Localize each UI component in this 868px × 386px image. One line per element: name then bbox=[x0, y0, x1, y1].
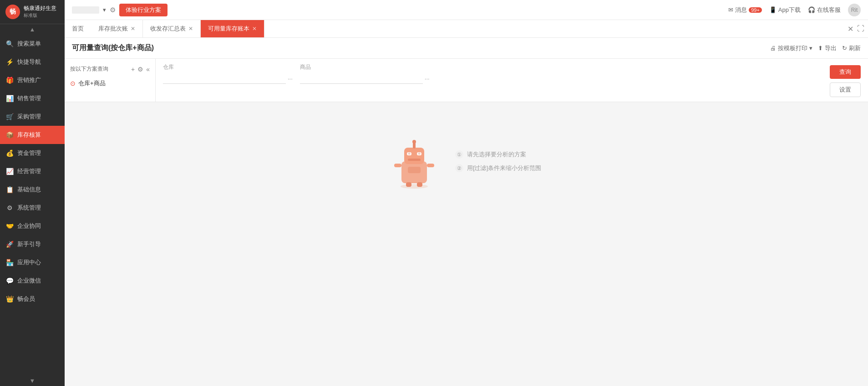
tabs-right-actions: ✕ ⛶ bbox=[844, 25, 868, 33]
app-badge: 标准版 bbox=[24, 12, 56, 19]
sidebar-item-quicknav[interactable]: ⚡ 快捷导航 bbox=[0, 53, 65, 71]
hint-text-1: 请先选择要分析的方案 bbox=[467, 150, 526, 159]
tab-close-inventory-batch[interactable]: ✕ bbox=[131, 26, 135, 32]
tabs-bar: 首页 库存批次账 ✕ 收发存汇总表 ✕ 可用量库存账本 ✕ ✕ ⛶ bbox=[65, 20, 868, 38]
app-download-label: App下载 bbox=[778, 6, 801, 14]
sidebar-item-label: 搜索菜单 bbox=[17, 40, 41, 48]
sidebar-item-purchase[interactable]: 🛒 采购管理 bbox=[0, 108, 65, 126]
message-badge: 99+ bbox=[749, 7, 762, 13]
refresh-btn[interactable]: ↻ 刷新 bbox=[842, 44, 861, 52]
headset-icon: 🎧 bbox=[808, 6, 815, 13]
hint-item-2: ② 用[过滤]条件来缩小分析范围 bbox=[455, 164, 541, 172]
svg-rect-14 bbox=[408, 167, 421, 173]
product-more-btn[interactable]: ··· bbox=[425, 75, 430, 82]
svg-point-8 bbox=[418, 153, 420, 155]
warehouse-input[interactable] bbox=[163, 73, 286, 84]
collapse-sidebar-btn[interactable]: « bbox=[146, 66, 150, 73]
sidebar-item-appstore[interactable]: 🏪 应用中心 bbox=[0, 253, 65, 272]
sidebar-item-operations[interactable]: 📈 经营管理 bbox=[0, 162, 65, 180]
refresh-icon: ↻ bbox=[842, 45, 847, 51]
query-area: 按以下方案查询 + ⚙ « ⊙ 仓库+商品 仓库 bbox=[65, 59, 868, 102]
basic-info-icon: 📋 bbox=[5, 186, 14, 193]
sidebar-item-sales[interactable]: 📊 销售管理 bbox=[0, 89, 65, 108]
product-input[interactable] bbox=[300, 73, 423, 84]
query-sidebar-header: 按以下方案查询 + ⚙ « bbox=[65, 63, 155, 77]
empty-robot-illustration bbox=[391, 139, 437, 184]
member-icon: 👑 bbox=[5, 295, 14, 303]
app-download-btn[interactable]: 📱 App下载 bbox=[769, 6, 801, 14]
scheme-icon: ⊙ bbox=[70, 80, 76, 87]
sidebar-item-label: 营销推广 bbox=[17, 76, 41, 84]
tab-expand-icon[interactable]: ⛶ bbox=[857, 25, 864, 33]
inventory-icon: 📦 bbox=[5, 131, 14, 139]
tab-available-inventory[interactable]: 可用量库存账本 ✕ bbox=[201, 20, 264, 37]
page-title: 可用量查询(按仓库+商品) bbox=[72, 43, 154, 53]
svg-point-4 bbox=[412, 140, 416, 144]
user-avatar[interactable]: Rit bbox=[848, 4, 861, 16]
sidebar-item-member[interactable]: 👑 畅会员 bbox=[0, 290, 65, 308]
sidebar-item-basic-info[interactable]: 📋 基础信息 bbox=[0, 180, 65, 199]
guide-icon: 🚀 bbox=[5, 241, 14, 248]
add-scheme-btn[interactable]: + bbox=[131, 66, 135, 73]
sidebar-item-wechat[interactable]: 💬 企业微信 bbox=[0, 272, 65, 290]
industry-btn[interactable]: 体验行业方案 bbox=[119, 4, 168, 16]
topbar-gear-icon[interactable]: ⚙ bbox=[110, 6, 116, 14]
sidebar-item-search[interactable]: 🔍 搜索菜单 bbox=[0, 35, 65, 53]
tab-close-icon[interactable]: ✕ bbox=[848, 25, 853, 33]
operations-icon: 📈 bbox=[5, 168, 14, 175]
topbar-dropdown[interactable]: ▾ bbox=[103, 6, 106, 13]
query-scheme-sidebar: 按以下方案查询 + ⚙ « ⊙ 仓库+商品 bbox=[65, 59, 156, 102]
sidebar-item-marketing[interactable]: 🎁 营销推广 bbox=[0, 71, 65, 89]
setting-scheme-btn[interactable]: ⚙ bbox=[137, 66, 143, 73]
svg-rect-10 bbox=[394, 164, 401, 167]
page-content: 可用量查询(按仓库+商品) 🖨 按模板打印 ▾ ⬆ 导出 ↻ 刷新 bbox=[65, 38, 868, 386]
tab-close-stock-summary[interactable]: ✕ bbox=[188, 26, 193, 32]
sidebar-scroll-up[interactable]: ▲ bbox=[0, 24, 65, 35]
sidebar-item-inventory[interactable]: 📦 库存核算 bbox=[0, 126, 65, 144]
sidebar-item-label: 销售管理 bbox=[17, 94, 41, 103]
message-icon: ✉ bbox=[728, 6, 733, 13]
logo-icon: 畅 bbox=[5, 5, 20, 19]
query-field-warehouse: 仓库 ··· bbox=[163, 63, 293, 84]
hint-num-2: ② bbox=[455, 164, 463, 172]
sidebar-item-enterprise[interactable]: 🤝 企业协同 bbox=[0, 217, 65, 235]
sidebar-item-finance[interactable]: 💰 资金管理 bbox=[0, 144, 65, 162]
chevron-down-icon: ▾ bbox=[103, 6, 106, 13]
sidebar-item-guide[interactable]: 🚀 新手引导 bbox=[0, 235, 65, 253]
sidebar-item-label: 畅会员 bbox=[17, 295, 35, 303]
svg-rect-11 bbox=[427, 164, 434, 167]
online-service-btn[interactable]: 🎧 在线客服 bbox=[808, 6, 841, 14]
empty-state-content: ① 请先选择要分析的方案 ② 用[过滤]条件来缩小分析范围 bbox=[391, 139, 541, 184]
sidebar: 畅 畅康通好生意 标准版 ▲ 🔍 搜索菜单 ⚡ 快捷导航 🎁 营销推广 📊 销售… bbox=[0, 0, 65, 386]
message-label: 消息 bbox=[735, 6, 747, 14]
sidebar-item-system[interactable]: ⚙ 系统管理 bbox=[0, 199, 65, 217]
sidebar-scroll-down[interactable]: ▼ bbox=[0, 376, 65, 386]
hint-item-1: ① 请先选择要分析的方案 bbox=[455, 150, 541, 159]
sidebar-logo: 畅 畅康通好生意 标准版 bbox=[0, 0, 65, 24]
query-submit-btn[interactable]: 查询 bbox=[830, 65, 861, 79]
print-btn[interactable]: 🖨 按模板打印 ▾ bbox=[770, 44, 812, 52]
breadcrumb-text bbox=[72, 6, 99, 14]
warehouse-label: 仓库 bbox=[163, 63, 293, 71]
query-scheme-item[interactable]: ⊙ 仓库+商品 bbox=[65, 77, 155, 90]
sidebar-item-label: 资金管理 bbox=[17, 149, 41, 157]
marketing-icon: 🎁 bbox=[5, 77, 14, 84]
tab-inventory-batch[interactable]: 库存批次账 ✕ bbox=[91, 20, 143, 37]
sidebar-item-label: 采购管理 bbox=[17, 113, 41, 121]
print-dropdown-icon: ▾ bbox=[809, 45, 812, 51]
tab-stock-summary[interactable]: 收发存汇总表 ✕ bbox=[143, 20, 201, 37]
svg-rect-12 bbox=[406, 182, 411, 187]
purchase-icon: 🛒 bbox=[5, 113, 14, 120]
warehouse-more-btn[interactable]: ··· bbox=[288, 75, 293, 82]
tab-close-available-inventory[interactable]: ✕ bbox=[252, 26, 257, 32]
tab-home[interactable]: 首页 bbox=[65, 20, 91, 37]
query-settings-btn[interactable]: 设置 bbox=[830, 82, 861, 97]
message-btn[interactable]: ✉ 消息 99+ bbox=[728, 6, 762, 14]
export-btn[interactable]: ⬆ 导出 bbox=[818, 44, 837, 52]
sidebar-nav: 🔍 搜索菜单 ⚡ 快捷导航 🎁 营销推广 📊 销售管理 🛒 采购管理 📦 库存核… bbox=[0, 35, 65, 376]
main-area: ▾ ⚙ 体验行业方案 ✉ 消息 99+ 📱 App下载 🎧 在线客服 Rit bbox=[65, 0, 868, 386]
finance-icon: 💰 bbox=[5, 149, 14, 157]
search-icon: 🔍 bbox=[5, 40, 14, 47]
query-main: 仓库 ··· 商品 ··· 查询 设置 bbox=[156, 59, 868, 102]
export-icon: ⬆ bbox=[818, 45, 823, 51]
